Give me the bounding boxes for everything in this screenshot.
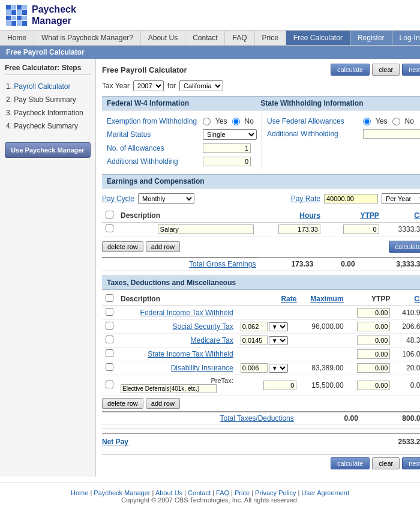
medicare-cp: 48.33 [394, 334, 420, 348]
taxes-add-row-btn[interactable]: add row [146, 398, 180, 409]
state-additional-input[interactable] [363, 129, 420, 139]
tax-check-ss[interactable] [106, 322, 113, 330]
use-federal-label[interactable]: Use Federal Allowances [267, 117, 363, 125]
sidebar-link-payroll[interactable]: Payroll Calculator [14, 82, 70, 91]
taxes-col-rate[interactable]: Rate [237, 292, 301, 306]
footer-agreement[interactable]: User Agreement [302, 489, 349, 496]
pretax-ytpp[interactable] [357, 381, 390, 390]
state-tax-ytpp[interactable] [357, 349, 390, 359]
net-pay-label[interactable]: Net Pay [102, 438, 380, 446]
ss-rate-select[interactable]: ▼ [269, 322, 288, 331]
tax-year-select[interactable]: 2007 [133, 80, 164, 91]
earnings-row-check[interactable] [106, 224, 113, 232]
marital-row: Marital Status Single Married [107, 127, 257, 142]
nav-price[interactable]: Price [255, 31, 286, 45]
nav-login[interactable]: Log-In [392, 31, 420, 45]
taxes-total-table: Total Taxes/Deductions 0.00 800.04 [102, 411, 420, 425]
pay-cycle-select[interactable]: Monthly Weekly Bi-Weekly Semi-Monthly Qu… [138, 193, 194, 204]
taxes-delete-row-btn[interactable]: delete row [102, 398, 143, 409]
nav-about[interactable]: About Us [141, 31, 185, 45]
ss-tax-label[interactable]: Social Security Tax [173, 322, 233, 331]
exemption-no-radio[interactable] [232, 118, 240, 125]
taxes-check-all[interactable] [106, 294, 113, 302]
pay-rate-label[interactable]: Pay Rate [291, 194, 320, 203]
disability-rate-input[interactable] [241, 363, 268, 373]
earnings-check-all[interactable] [106, 211, 113, 218]
total-gross-label[interactable]: Total Gross Earnings [189, 260, 256, 268]
clear-button-bottom[interactable]: clear [372, 457, 400, 469]
ss-ytpp[interactable] [357, 322, 390, 331]
allowances-label[interactable]: No. of Allowances [107, 144, 203, 152]
content-title: Free Payroll Calculator [102, 65, 187, 74]
salary-description-input[interactable] [158, 224, 254, 234]
federal-tax-ytpp[interactable] [357, 308, 390, 318]
pretax-type-input[interactable] [121, 384, 217, 393]
medicare-rate-input[interactable] [241, 336, 268, 345]
next-button-top[interactable]: next [402, 64, 420, 76]
footer-contact[interactable]: Contact [188, 489, 211, 496]
pretax-rate-input[interactable] [263, 381, 296, 390]
clear-button-top[interactable]: clear [372, 64, 400, 76]
earnings-col-hours[interactable]: Hours [257, 209, 324, 223]
salary-ytpp-input[interactable] [343, 224, 379, 234]
federal-state-section: Federal W-4 Information State Withholdin… [102, 96, 420, 110]
earnings-col-ytpp[interactable]: YTPP [324, 209, 383, 223]
tax-check-state[interactable] [106, 349, 113, 357]
footer-paycheck-manager[interactable]: Paycheck Manager [94, 489, 150, 496]
use-federal-radio-group: Yes No [363, 117, 414, 125]
earnings-delete-row-btn[interactable]: delete row [102, 241, 143, 252]
footer-faq[interactable]: FAQ [216, 489, 229, 496]
nav-contact[interactable]: Contact [185, 31, 225, 45]
nav-faq[interactable]: FAQ [225, 31, 254, 45]
use-paycheck-button[interactable]: Use Paycheck Manager [5, 142, 91, 158]
salary-hours-input[interactable] [278, 224, 320, 234]
earnings-add-row-btn[interactable]: add row [146, 241, 180, 252]
footer-home[interactable]: Home [71, 489, 88, 496]
tax-check-disability[interactable] [106, 363, 113, 371]
nav-what[interactable]: What is Paycheck Manager? [34, 31, 141, 45]
state-tax-label[interactable]: State Income Tax Withheld [148, 350, 233, 358]
medicare-label[interactable]: Medicare Tax [191, 336, 233, 345]
taxes-section-header: Taxes, Deductions and Miscellaneous [102, 276, 420, 290]
state-additional-label[interactable]: Additional Withholding [267, 130, 363, 138]
pay-rate-input[interactable] [324, 194, 378, 203]
nav-register[interactable]: Register [350, 31, 392, 45]
marital-select[interactable]: Single Married [203, 129, 257, 140]
disability-ytpp[interactable] [357, 363, 390, 373]
nav-free-calculator[interactable]: Free Calculator [286, 31, 350, 45]
calculate-button-top[interactable]: calculate [331, 64, 370, 76]
total-taxes-label[interactable]: Total Taxes/Deductions [220, 414, 294, 423]
ss-rate-input[interactable] [241, 322, 268, 331]
sidebar: Free Calculator: Steps 1. Payroll Calcul… [0, 59, 96, 477]
taxes-col-maximum[interactable]: Maximum [300, 292, 347, 306]
footer-price[interactable]: Price [235, 489, 250, 496]
tax-check-pretax[interactable] [106, 381, 113, 388]
additional-withholding-input[interactable] [203, 157, 251, 166]
federal-tax-label[interactable]: Federal Income Tax Withheld [140, 309, 233, 317]
tax-check-medicare[interactable] [106, 336, 113, 343]
use-federal-yes-radio[interactable] [363, 118, 371, 125]
earnings-calculate-btn[interactable]: calculate [389, 241, 420, 253]
tax-check-federal[interactable] [106, 308, 113, 316]
medicare-rate-select[interactable]: ▼ [269, 336, 288, 345]
calculate-button-bottom[interactable]: calculate [331, 457, 370, 469]
total-gross-cp: 3,333.33 [359, 258, 420, 271]
state-select[interactable]: California [179, 80, 223, 91]
nav-home[interactable]: Home [0, 31, 34, 45]
disability-label[interactable]: Disability Insurance [171, 364, 233, 372]
footer-about[interactable]: About Us [155, 489, 182, 496]
exemption-label[interactable]: Exemption from Withholding [107, 117, 203, 125]
earnings-col-cp[interactable]: CP [383, 209, 420, 223]
disability-rate-select[interactable]: ▼ [269, 364, 288, 373]
next-button-bottom[interactable]: next [402, 457, 420, 469]
exemption-yes-radio[interactable] [203, 118, 211, 125]
allowances-input[interactable] [203, 143, 251, 153]
per-year-select[interactable]: Per Year Per Month Per Hour [382, 193, 420, 204]
additional-withholding-label[interactable]: Additional Withholding [107, 157, 203, 166]
taxes-col-cp[interactable]: CP [394, 292, 420, 306]
pay-cycle-label[interactable]: Pay Cycle [102, 194, 134, 203]
footer-privacy[interactable]: Privacy Policy [255, 489, 296, 496]
marital-label[interactable]: Marital Status [107, 130, 203, 139]
use-federal-no-radio[interactable] [392, 118, 400, 125]
medicare-ytpp[interactable] [357, 336, 390, 345]
